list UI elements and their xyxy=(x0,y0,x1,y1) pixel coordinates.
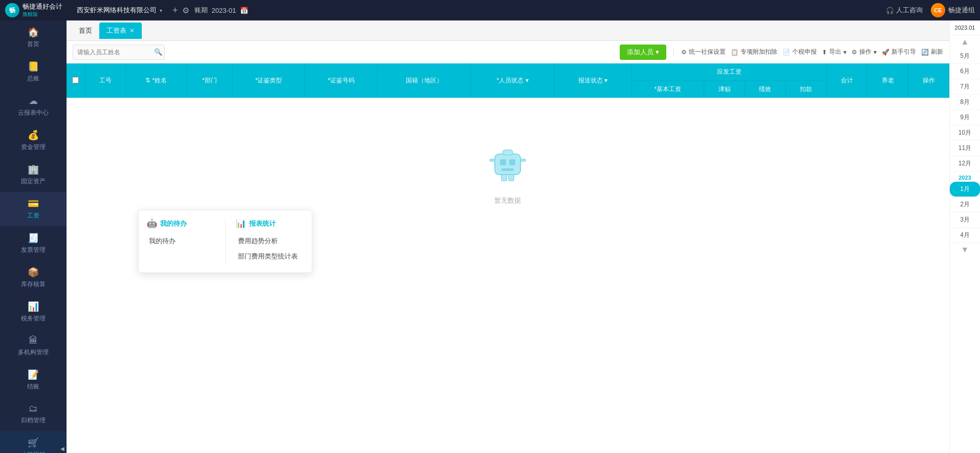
rp-month-12[interactable]: 12月 xyxy=(950,156,980,171)
filter-icon[interactable]: ▾ xyxy=(526,77,529,84)
toolbar-sep1 xyxy=(673,48,674,56)
user-area[interactable]: CE 畅捷通组 xyxy=(931,3,975,17)
rp-month-1[interactable]: 1月 xyxy=(950,182,980,197)
add-person-arrow: ▾ xyxy=(656,48,659,56)
dp-todo-title: 🤖 我的待办 xyxy=(147,219,215,228)
logo-initials: 畅 xyxy=(9,6,15,15)
svg-rect-5 xyxy=(520,159,526,161)
th-sendstatus: 报送状态 ▾ xyxy=(554,63,631,98)
rp-month-4[interactable]: 4月 xyxy=(950,228,980,243)
tab-home[interactable]: 首页 xyxy=(72,23,99,39)
rp-down-arrow[interactable]: ▼ xyxy=(959,243,971,256)
sidebar-item-xiaochang[interactable]: 🛒 小畅报销 ◀ xyxy=(0,431,67,453)
sidebar-label-ledger: 总账 xyxy=(27,74,39,83)
social-security-action[interactable]: ⚙ 统一社保设置 xyxy=(681,48,726,56)
table-header-row: 工号 ⇅ *姓名 *部门 *证鉴类型 *证鉴号码 国籍（地区） *人员状态 ▾ … xyxy=(67,63,949,81)
tab-salary-label: 工资表 xyxy=(106,26,126,35)
refresh-action[interactable]: 🔄 刷新 xyxy=(921,48,943,56)
rp-month-5[interactable]: 5月 xyxy=(950,49,980,64)
sidebar-item-ledger[interactable]: 📒 总账 xyxy=(0,55,67,89)
search-input[interactable] xyxy=(77,49,154,56)
sidebar-label-assets: 固定资产 xyxy=(21,177,46,186)
fund-icon: 💰 xyxy=(28,130,39,141)
rp-month-6[interactable]: 6月 xyxy=(950,64,980,79)
add-person-label: 添加人员 xyxy=(627,48,654,57)
rp-header-label: 2023.01 xyxy=(955,25,975,31)
tab-salary-close[interactable]: ✕ xyxy=(129,27,135,34)
dp-item-trend[interactable]: 费用趋势分析 xyxy=(236,233,304,249)
th-checkbox xyxy=(67,63,85,98)
svg-rect-6 xyxy=(502,175,507,181)
sidebar-item-salary[interactable]: 💳 工资 xyxy=(0,192,67,226)
sidebar-label-account: 结账 xyxy=(27,382,39,391)
toolbar: 🔍 添加人员 ▾ ⚙ 统一社保设置 📋 专项附加扣除 📄 个税申报 ⬆ xyxy=(67,41,949,63)
dp-col-report: 📊 报表统计 费用趋势分析 部门费用类型统计表 xyxy=(236,219,304,264)
dp-item-mytodo[interactable]: 我的待办 xyxy=(147,233,215,249)
report-icon: 📊 xyxy=(236,219,246,228)
sort-icon: ⇅ xyxy=(145,77,150,84)
sidebar-label-multi: 多机构管理 xyxy=(18,348,49,357)
export-arrow: ▾ xyxy=(843,49,846,56)
newguide-label: 新手引导 xyxy=(891,48,916,56)
export-icon: ⬆ xyxy=(822,49,827,56)
rp-month-3[interactable]: 3月 xyxy=(950,212,980,228)
sidebar-item-assets[interactable]: 🏢 固定资产 xyxy=(0,158,67,192)
svg-rect-3 xyxy=(502,168,514,171)
rp-up-arrow[interactable]: ▲ xyxy=(959,35,971,49)
rp-month-8[interactable]: 8月 xyxy=(950,95,980,110)
rp-month-9[interactable]: 9月 xyxy=(950,110,980,125)
sidebar-label-cloud: 云报表中心 xyxy=(18,109,49,117)
invoice-icon: 🧾 xyxy=(28,232,39,244)
inventory-icon: 📦 xyxy=(28,267,39,278)
svg-rect-4 xyxy=(490,159,495,161)
newguide-action[interactable]: 🚀 新手引导 xyxy=(882,48,916,56)
headset-icon: 🎧 xyxy=(886,7,894,14)
special-add-label: 专项附加扣除 xyxy=(741,48,777,56)
multi-icon: 🏛 xyxy=(29,335,38,346)
select-all-checkbox[interactable] xyxy=(72,77,79,83)
operation-action[interactable]: ⚙ 操作 ▾ xyxy=(852,48,877,56)
th-allowance: 津贴 xyxy=(704,81,745,98)
rp-year-2023: 2023 xyxy=(959,171,971,182)
help-area[interactable]: 🎧 人工咨询 xyxy=(886,6,923,15)
sidebar-item-archive[interactable]: 🗂 归档管理 xyxy=(0,397,67,431)
special-add-action[interactable]: 📋 专项附加扣除 xyxy=(731,48,777,56)
sidebar-label-inventory: 库存核算 xyxy=(21,280,46,289)
personal-tax-action[interactable]: 📄 个税申报 xyxy=(782,48,817,56)
top-right: 🎧 人工咨询 CE 畅捷通组 xyxy=(886,3,975,17)
archive-icon: 🗂 xyxy=(29,403,38,414)
export-action[interactable]: ⬆ 导出 ▾ xyxy=(822,48,846,56)
th-operation: 操作 xyxy=(908,63,949,98)
sidebar-item-multi[interactable]: 🏛 多机构管理 xyxy=(0,329,67,363)
sidebar-item-inventory[interactable]: 📦 库存核算 xyxy=(0,261,67,295)
sidebar-item-account[interactable]: 📝 结账 xyxy=(0,363,67,397)
filter-icon2[interactable]: ▾ xyxy=(604,77,607,84)
dp-report-title: 📊 报表统计 xyxy=(236,219,304,228)
sidebar-item-tax[interactable]: 📊 税务管理 xyxy=(0,295,67,329)
rp-month-2[interactable]: 2月 xyxy=(950,197,980,212)
add-icon[interactable]: + xyxy=(172,5,178,16)
no-data-text: 暂无数据 xyxy=(494,196,521,205)
dp-item-deptstat[interactable]: 部门费用类型统计表 xyxy=(236,249,304,264)
company-selector[interactable]: 西安虾米网络科技有限公司 ▾ xyxy=(72,6,167,15)
sidebar-item-cloud[interactable]: ☁ 云报表中心 xyxy=(0,89,67,123)
dp-divider xyxy=(225,219,226,264)
rp-month-11[interactable]: 11月 xyxy=(950,141,980,156)
social-security-label: 统一社保设置 xyxy=(689,48,726,56)
th-number: 工号 xyxy=(85,63,126,98)
tab-salary[interactable]: 工资表 ✕ xyxy=(99,23,142,39)
rp-month-7[interactable]: 7月 xyxy=(950,79,980,95)
th-dept: *部门 xyxy=(186,63,232,98)
sidebar-item-invoice[interactable]: 🧾 发票管理 xyxy=(0,226,67,261)
add-person-button[interactable]: 添加人员 ▾ xyxy=(620,45,666,60)
calendar-icon[interactable]: 📅 xyxy=(240,7,248,14)
dropdown-popup: 🤖 我的待办 我的待办 📊 报表统计 费用趋势分析 xyxy=(138,210,312,273)
sidebar-item-fund[interactable]: 💰 资金管理 xyxy=(0,123,67,158)
th-deduction: 扣款 xyxy=(786,81,826,98)
rp-month-10[interactable]: 10月 xyxy=(950,125,980,141)
content-area: 首页 工资表 ✕ 🔍 添加人员 ▾ ⚙ 统一社保设置 xyxy=(67,20,949,453)
settings-icon[interactable]: ⚙ xyxy=(182,6,189,15)
dp-col-todo: 🤖 我的待办 我的待办 xyxy=(147,219,215,264)
sidebar-item-home[interactable]: 🏠 首页 xyxy=(0,20,67,55)
tax-icon: 📊 xyxy=(28,301,39,312)
